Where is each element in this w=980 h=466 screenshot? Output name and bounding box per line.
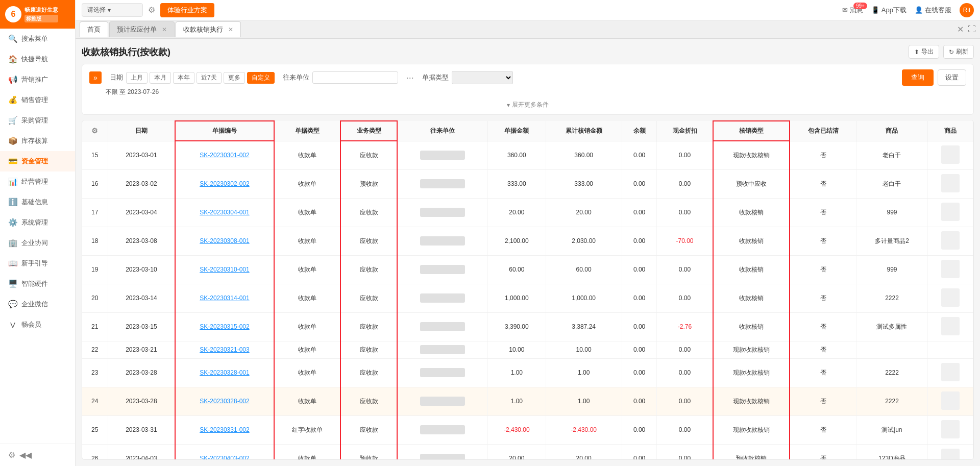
last-month-btn[interactable]: 上月 [126,72,148,84]
sidebar-icon-wechat: 💬 [8,300,17,309]
th-gear[interactable]: ⚙ [82,121,108,141]
sidebar-item-enterprise[interactable]: 🏢企业协同 [0,233,75,253]
cell-balance: 0.00 [622,227,657,255]
cell-bill-type: 收款单 [274,198,341,227]
cell-product: 测试jun [856,415,927,444]
message-badge[interactable]: ✉ 消息 99+ [842,6,863,15]
tab-close-pending-payment[interactable]: ✕ [162,26,167,33]
th-biz-type: 业务类型 [340,121,397,141]
cell-biz-type: 应收款 [340,415,397,444]
sidebar-item-inventory[interactable]: 📦库存核算 [0,131,75,151]
sidebar-item-marketing[interactable]: 📢营销推广 [0,69,75,90]
sidebar-item-hardware[interactable]: 🖥️智能硬件 [0,274,75,294]
table-row: 22 2023-03-21 SK-20230321-003 收款单 应收款 ▓▓… [82,341,973,358]
cell-cash-discount: 0.00 [657,198,713,227]
cell-cash-discount: 0.00 [657,255,713,284]
voucher-type-select[interactable] [452,71,513,84]
app-download[interactable]: 📱 App下载 [871,6,906,15]
sidebar-item-quick-nav[interactable]: 🏠快捷导航 [0,49,75,69]
online-service[interactable]: 👤 在线客服 [915,6,951,15]
export-button[interactable]: ⬆ 导出 [909,45,939,59]
sidebar-item-operation[interactable]: 📊经营管理 [0,171,75,192]
sidebar-label-inventory: 库存核算 [21,136,48,145]
more-date-btn[interactable]: 更多 [224,72,245,84]
table-row: 25 2023-03-31 SK-20230331-002 红字收款单 应收款 … [82,415,973,444]
counterparty-label: 往来单位 [283,73,309,82]
tab-receipt-verify[interactable]: 收款核销执行✕ [176,21,241,37]
cell-verify-type: 现款收款核销 [713,358,790,387]
table-row: 19 2023-03-10 SK-20230310-001 收款单 应收款 ▓▓… [82,255,973,284]
tab-home[interactable]: 首页 [80,21,108,37]
page-actions: ⬆ 导出 ↻ 刷新 [909,45,974,59]
avatar[interactable]: Rit [960,3,974,17]
refresh-button[interactable]: ↻ 刷新 [943,45,974,59]
custom-date-btn[interactable]: 自定义 [247,72,275,84]
cell-bill-type: 收款单 [274,341,341,358]
tab-close-receipt-verify[interactable]: ✕ [228,26,233,33]
sidebar-item-wechat[interactable]: 💬企业微信 [0,294,75,314]
sidebar-item-sales[interactable]: 💰销售管理 [0,90,75,110]
cell-has-settled: 否 [790,358,856,387]
cell-biz-type: 应收款 [340,358,397,387]
sidebar-item-guide[interactable]: 📖新手引导 [0,253,75,274]
th-bill-no: 单据编号 [175,121,274,141]
expand-more-btn[interactable]: ▾ 展开更多条件 [89,101,966,109]
this-month-btn[interactable]: 本月 [150,72,171,84]
sidebar-icon-purchase: 🛒 [8,116,17,125]
cell-product-img [928,227,973,255]
this-year-btn[interactable]: 本年 [173,72,194,84]
expand-window-icon[interactable]: ⛶ [968,24,976,34]
topbar-dropdown[interactable]: 请选择 ▾ [82,3,143,17]
cell-balance: 0.00 [622,198,657,227]
cell-has-settled: 否 [790,284,856,312]
cell-bill-no: SK-20230310-001 [175,255,274,284]
sidebar-label-marketing: 营销推广 [21,75,48,84]
tab-label-pending-payment: 预计应应付单 [117,25,157,34]
refresh-label: 刷新 [956,47,968,56]
sidebar-label-search: 搜索菜单 [21,34,48,43]
cell-amount: 1.00 [488,387,546,415]
cell-product: 123D商品 [856,444,927,460]
cell-balance: 0.00 [622,387,657,415]
cell-verify-type: 预收中应收 [713,169,790,198]
cell-date: 2023-03-28 [108,358,175,387]
dropdown-text: 请选择 [87,6,106,14]
cell-bill-no: SK-20230308-001 [175,227,274,255]
collapse-icon[interactable]: ◀◀ [19,450,32,460]
cell-product: 2222 [856,387,927,415]
close-window-icon[interactable]: ✕ [957,24,964,34]
sidebar-item-basic[interactable]: ℹ️基础信息 [0,192,75,212]
sidebar-item-member[interactable]: V畅会员 [0,314,75,335]
query-button[interactable]: 查询 [902,69,934,86]
tab-pending-payment[interactable]: 预计应应付单✕ [109,21,175,37]
table-row: 18 2023-03-08 SK-20230308-001 收款单 应收款 ▓▓… [82,227,973,255]
cell-verify-type: 收款核销 [713,198,790,227]
cell-bill-type: 收款单 [274,169,341,198]
cell-date: 2023-03-08 [108,227,175,255]
sidebar-item-system[interactable]: ⚙️系统管理 [0,212,75,233]
date-filter-label: 日期 [110,73,123,82]
cell-biz-type: 应收款 [340,198,397,227]
sidebar-item-search[interactable]: 🔍搜索菜单 [0,29,75,49]
cell-amount: 333.00 [488,169,546,198]
filter-settings-button[interactable]: 设置 [938,69,966,86]
topbar-gear-icon[interactable]: ⚙ [148,5,155,15]
cell-verify-type: 收款核销 [713,227,790,255]
cell-has-settled: 否 [790,415,856,444]
data-table: ⚙ 日期 单据编号 单据类型 业务类型 往来单位 单据金额 累计核销金额 余额 … [82,120,973,460]
sidebar-item-finance[interactable]: 💳资金管理 [0,151,75,171]
sidebar-item-purchase[interactable]: 🛒采购管理 [0,110,75,131]
cell-no: 15 [82,141,108,169]
filter-collapse-button[interactable]: » [89,71,102,84]
filter-more-dots[interactable]: ··· [406,72,414,83]
cell-amount: 20.00 [488,444,546,460]
last-7-days-btn[interactable]: 近7天 [197,72,222,84]
settings-icon[interactable]: ⚙ [8,450,15,460]
service-icon: 👤 [915,6,923,14]
cell-counterparty: ▓▓▓▓▓▓ [397,169,488,198]
logo-text: 畅康道好生意 标推版 [24,6,58,22]
counterparty-input[interactable] [312,71,398,84]
cell-amount: 360.00 [488,141,546,169]
cell-verify-type: 预收款核销 [713,444,790,460]
solution-button[interactable]: 体验行业方案 [160,3,214,17]
